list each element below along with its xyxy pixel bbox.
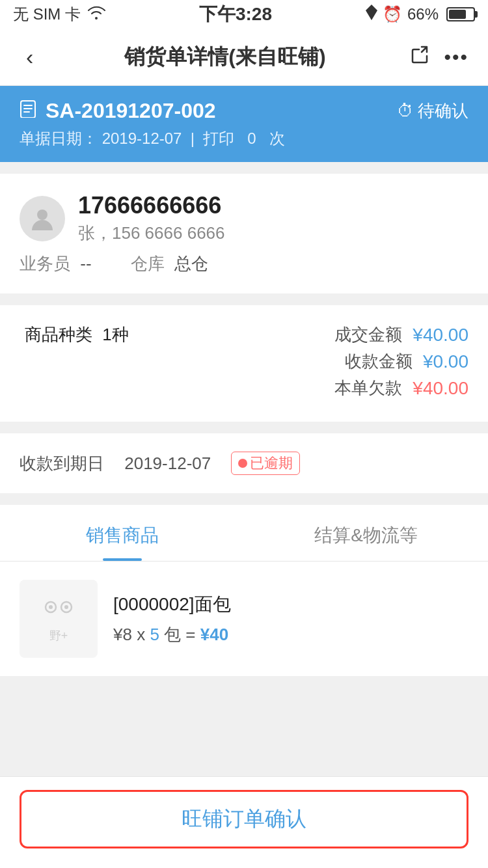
- amount-debt: 本单欠款 ¥40.00: [334, 377, 468, 400]
- status-bar-time: 下午3:28: [199, 2, 272, 27]
- product-price: ¥8 x 5 包 = ¥40: [113, 623, 468, 646]
- svg-point-1: [37, 210, 47, 220]
- product-thumbnail: 野+: [20, 580, 98, 658]
- nav-bar: ‹ 销货单详情(来自旺铺) •••: [0, 29, 488, 86]
- alarm-icon: ⏰: [383, 5, 402, 23]
- header-card: SA-20191207-002 ⏱ 待确认 单据日期： 2019-12-07 |…: [0, 86, 488, 162]
- sales-info: 业务员 --: [20, 252, 92, 275]
- avatar: [20, 196, 65, 241]
- confirm-order-button[interactable]: 旺铺订单确认: [20, 790, 468, 848]
- order-id: SA-20191207-002: [20, 99, 216, 123]
- battery-icon: [446, 7, 475, 21]
- order-id-icon: [20, 99, 39, 123]
- amount-received: 收款金额 ¥0.00: [334, 350, 468, 373]
- svg-point-5: [64, 605, 68, 609]
- status-bar: 无 SIM 卡 下午3:28 ⏰ 66%: [0, 0, 488, 29]
- tabs-row: 销售商品 结算&物流等: [0, 505, 488, 562]
- status-clock-icon: ⏱: [397, 101, 414, 121]
- overdue-badge: 已逾期: [231, 452, 300, 475]
- more-button[interactable]: •••: [444, 46, 468, 68]
- share-button[interactable]: [410, 44, 431, 70]
- customer-name: 张，156 6666 6666: [78, 222, 225, 245]
- product-info: [0000002]面包 ¥8 x 5 包 = ¥40: [113, 592, 468, 646]
- tab-sales-products[interactable]: 销售商品: [0, 505, 244, 561]
- product-type: 商品种类 1种: [20, 323, 129, 346]
- status-bar-left: 无 SIM 卡: [13, 4, 105, 25]
- customer-phone: 17666666666: [78, 192, 225, 219]
- product-thumb-eyes-icon: [39, 594, 78, 625]
- bottom-button-container: 旺铺订单确认: [0, 776, 488, 868]
- battery-percent: 66%: [407, 5, 439, 23]
- warehouse-info: 仓库 总仓: [131, 252, 208, 275]
- customer-info: 17666666666 张，156 6666 6666: [78, 192, 225, 245]
- back-button[interactable]: ‹: [20, 38, 40, 76]
- product-item: 野+ [0000002]面包 ¥8 x 5 包 = ¥40: [0, 562, 488, 676]
- summary-section: 商品种类 1种 成交金额 ¥40.00 收款金额 ¥0.00 本单欠款 ¥40.…: [0, 305, 488, 422]
- due-date-section: 收款到期日 2019-12-07 已逾期: [0, 433, 488, 493]
- header-date: 单据日期： 2019-12-07 | 打印 0 次: [20, 128, 468, 149]
- tab-settlement[interactable]: 结算&物流等: [244, 505, 488, 561]
- nav-actions: •••: [410, 44, 468, 70]
- page-title: 销货单详情(来自旺铺): [124, 43, 325, 72]
- product-thumb-label: 野+: [49, 628, 68, 644]
- status-bar-right: ⏰ 66%: [366, 5, 475, 24]
- carrier-text: 无 SIM 卡: [13, 4, 81, 25]
- overdue-dot-icon: [238, 459, 247, 468]
- amount-deal: 成交金额 ¥40.00: [334, 323, 468, 346]
- product-name: [0000002]面包: [113, 592, 468, 617]
- tabs-container: 销售商品 结算&物流等 野+ [0000002]面包: [0, 505, 488, 676]
- location-icon: [366, 5, 377, 24]
- svg-point-4: [49, 605, 53, 609]
- amounts-right: 成交金额 ¥40.00 收款金额 ¥0.00 本单欠款 ¥40.00: [334, 323, 468, 403]
- order-status: ⏱ 待确认: [397, 100, 468, 122]
- wifi-icon: [87, 5, 105, 23]
- customer-section: 17666666666 张，156 6666 6666 业务员 -- 仓库 总仓: [0, 174, 488, 293]
- customer-meta: 业务员 -- 仓库 总仓: [20, 252, 468, 275]
